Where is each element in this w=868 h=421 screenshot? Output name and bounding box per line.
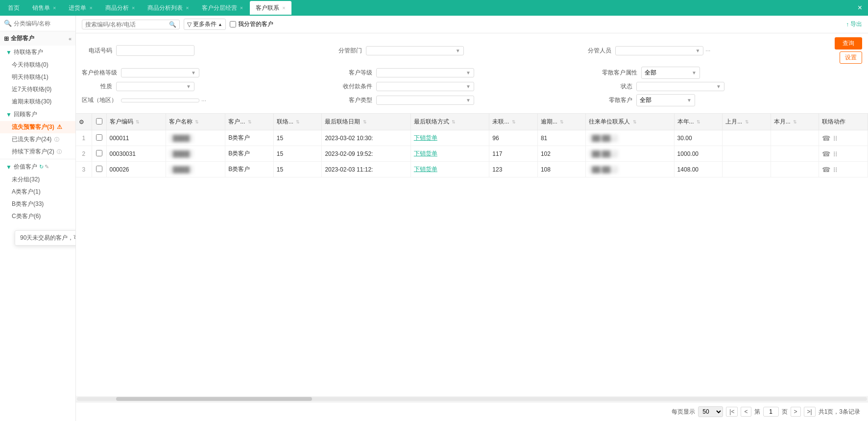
customer-type-select[interactable]: ▼ xyxy=(376,96,474,105)
prev-page-button[interactable]: < xyxy=(741,407,751,417)
more-action-icon[interactable]: ⁞⁞ xyxy=(833,134,837,142)
tab-product-analysis-close[interactable]: × xyxy=(132,5,135,11)
sidebar-item-c-class[interactable]: C类客户(6) xyxy=(0,210,75,223)
method-link[interactable]: 下销货单 xyxy=(414,150,437,157)
row-checkbox-cell[interactable] xyxy=(92,130,106,146)
section-pending-title[interactable]: ▼ 待联络客户 xyxy=(0,46,75,59)
phone-input[interactable] xyxy=(116,45,194,56)
col-nocontact-header[interactable]: 未联... ⇅ xyxy=(489,114,538,130)
sidebar-item-declining[interactable]: 持续下滑客户(2) ⓘ xyxy=(0,146,75,158)
row-checkbox[interactable] xyxy=(96,134,102,141)
per-page-select[interactable]: 50 20 100 xyxy=(698,406,723,417)
sidebar-item-ungrouped[interactable]: 未分组(32) xyxy=(0,173,75,186)
col-lastmethod-header[interactable]: 最后联络方式 ⇅ xyxy=(410,114,489,130)
window-close-button[interactable]: × xyxy=(854,3,866,12)
horizontal-scrollbar[interactable] xyxy=(76,396,868,402)
first-page-button[interactable]: |< xyxy=(726,407,738,417)
last-page-button[interactable]: >| xyxy=(804,407,816,417)
export-button[interactable]: ↑ 导出 xyxy=(846,20,862,28)
tab-customer-contact-close[interactable]: × xyxy=(282,5,285,11)
col-thismonth-header[interactable]: 本月... ⇅ xyxy=(771,114,819,130)
sidebar-item-a-class[interactable]: A类客户(1) xyxy=(0,186,75,198)
edit-icon[interactable]: ✎ xyxy=(45,164,49,170)
row-last-method[interactable]: 下销货单 xyxy=(410,130,489,146)
col-lastmonth-header[interactable]: 上月... ⇅ xyxy=(723,114,771,130)
status-select[interactable]: ▼ xyxy=(636,82,724,91)
row-last-method[interactable]: 下销货单 xyxy=(410,146,489,162)
row-checkbox-cell[interactable] xyxy=(92,146,106,162)
tab-sales-close[interactable]: × xyxy=(53,5,56,11)
row-type: B类客户 xyxy=(225,130,274,146)
region-select[interactable] xyxy=(121,99,199,102)
contact-icon[interactable]: ☎ xyxy=(822,150,830,158)
retail-attr-select[interactable]: 全部 ▼ xyxy=(641,67,700,79)
col-lastdate-header[interactable]: 最后联络日期 ⇅ xyxy=(322,114,410,130)
row-last-method[interactable]: 下销货单 xyxy=(410,162,489,177)
section-value-title[interactable]: ▼ 价值客户 ↻ ✎ xyxy=(0,160,75,173)
row-checkbox-cell[interactable] xyxy=(92,162,106,177)
refresh-icon[interactable]: ↻ xyxy=(39,164,44,170)
manager-more-dots[interactable]: ··· xyxy=(703,47,712,54)
settings-button[interactable]: 设置 xyxy=(840,51,862,64)
col-year-header[interactable]: 本年... ⇅ xyxy=(674,114,723,130)
tab-purchase[interactable]: 进货单 × xyxy=(63,1,98,15)
col-settings-header[interactable]: ⚙ xyxy=(76,114,92,130)
next-page-button[interactable]: > xyxy=(791,407,801,417)
sidebar-collapse-btn[interactable]: « xyxy=(69,36,72,42)
contact-icon[interactable]: ☎ xyxy=(822,166,830,173)
col-overdue-header[interactable]: 逾期... ⇅ xyxy=(537,114,586,130)
retail-select[interactable]: 全部 ▼ xyxy=(636,94,695,106)
more-action-icon[interactable]: ⁞⁞ xyxy=(833,150,837,158)
search-input[interactable] xyxy=(85,21,167,28)
filter-row-2: 客户价格等级 ▼ 客户等级 ▼ 零散客户属性 全部 xyxy=(82,67,862,79)
my-customers-check[interactable] xyxy=(230,21,236,27)
customer-level-select[interactable]: ▼ xyxy=(376,68,474,77)
tab-customer-tier[interactable]: 客户分层经营 × xyxy=(196,1,249,15)
section-review-title[interactable]: ▼ 回顾客户 xyxy=(0,108,75,121)
my-customers-checkbox[interactable]: 我分管的客户 xyxy=(230,20,273,28)
nature-select[interactable]: ▼ xyxy=(116,82,194,91)
price-level-select[interactable]: ▼ xyxy=(121,68,199,77)
tab-purchase-close[interactable]: × xyxy=(89,5,92,11)
payment-select[interactable]: ▼ xyxy=(376,82,474,91)
more-action-icon[interactable]: ⁞⁞ xyxy=(833,166,837,173)
col-checkbox-header[interactable] xyxy=(92,114,106,130)
dept-select[interactable]: ▼ xyxy=(366,46,464,55)
sidebar-item-churn-warning[interactable]: 流失预警客户(3) ⚠ xyxy=(0,121,75,133)
scrollbar-thumb[interactable] xyxy=(116,397,312,401)
customer-table: ⚙ 客户编码 ⇅ 客户名称 ⇅ 客户... xyxy=(76,114,868,177)
sidebar-item-churned[interactable]: 已流失客户(24) ⓘ xyxy=(0,133,75,146)
sidebar-item-b-class[interactable]: B类客户(33) xyxy=(0,198,75,210)
sidebar-item-7days[interactable]: 近7天待联络(0) xyxy=(0,83,75,96)
sidebar-search-input[interactable] xyxy=(14,20,72,27)
query-button[interactable]: 查询 xyxy=(835,37,862,50)
sidebar-item-overdue-contact[interactable]: 逾期未联络(30) xyxy=(0,96,75,108)
tab-product-analysis[interactable]: 商品分析 × xyxy=(99,1,141,15)
col-type-header[interactable]: 客户... ⇅ xyxy=(225,114,274,130)
method-link[interactable]: 下销货单 xyxy=(414,134,437,141)
manager-select[interactable]: ▼ xyxy=(615,46,703,55)
row-checkbox[interactable] xyxy=(96,150,102,156)
region-dots[interactable]: ··· xyxy=(199,97,208,104)
sidebar-item-tomorrow[interactable]: 明天待联络(1) xyxy=(0,71,75,83)
page-number-input[interactable] xyxy=(763,407,779,417)
tab-product-list[interactable]: 商品分析列表 × xyxy=(142,1,194,15)
more-conditions-button[interactable]: ▽ 更多条件 ▲ xyxy=(184,19,226,30)
sidebar-all-customers[interactable]: ⊞ 全部客户 « xyxy=(0,31,75,46)
col-contact-header[interactable]: 联络... ⇅ xyxy=(273,114,322,130)
tab-sales[interactable]: 销售单 × xyxy=(26,1,62,15)
col-code-header[interactable]: 客户编码 ⇅ xyxy=(106,114,166,130)
sidebar-item-today[interactable]: 今天待联络(0) xyxy=(0,59,75,71)
col-person-header[interactable]: 往来单位联系人 ⇅ xyxy=(586,114,674,130)
search-submit-icon[interactable]: 🔍 xyxy=(169,21,176,28)
row-checkbox[interactable] xyxy=(96,166,102,172)
tab-homepage[interactable]: 首页 xyxy=(2,1,25,15)
page-label-prefix: 第 xyxy=(754,408,760,416)
method-link[interactable]: 下销货单 xyxy=(414,166,437,173)
tab-customer-tier-close[interactable]: × xyxy=(240,5,243,11)
col-name-header[interactable]: 客户名称 ⇅ xyxy=(166,114,225,130)
select-all-checkbox[interactable] xyxy=(96,118,102,124)
tab-customer-contact[interactable]: 客户联系 × xyxy=(250,1,291,15)
tab-product-list-close[interactable]: × xyxy=(186,5,189,11)
contact-icon[interactable]: ☎ xyxy=(822,134,830,142)
